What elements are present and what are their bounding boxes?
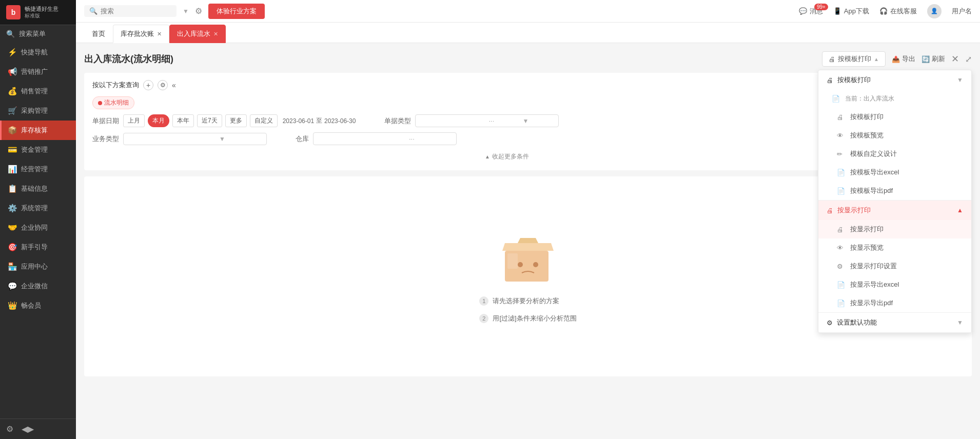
- print-button[interactable]: 🖨 按模板打印 ▲: [822, 51, 886, 67]
- main-content: 🔍 ▼ ⚙ 体验行业方案 💬 消息 99+ 📱 App下载 🎧 在线客服 👤 用: [76, 0, 980, 439]
- export-button[interactable]: 导出: [902, 54, 915, 64]
- sidebar-item-cooperation[interactable]: 🤝 企业协同: [0, 218, 76, 237]
- topbar-search-input[interactable]: [101, 7, 162, 15]
- sidebar-item-guide[interactable]: 🎯 新手引导: [0, 237, 76, 257]
- empty-step1-text: 请先选择要分析的方案: [493, 294, 559, 308]
- topbar-dropdown-arrow[interactable]: ▼: [183, 8, 189, 15]
- page-header: 出入库流水(流水明细) 🖨 按模板打印 ▲ 📤 导出 🔄 刷新: [84, 51, 972, 67]
- online-service-button[interactable]: 🎧 在线客服: [879, 7, 917, 16]
- user-avatar[interactable]: 👤: [927, 4, 942, 18]
- topbar: 🔍 ▼ ⚙ 体验行业方案 💬 消息 99+ 📱 App下载 🎧 在线客服 👤 用: [76, 0, 980, 23]
- last-7days-button[interactable]: 近7天: [197, 114, 222, 127]
- current-template-icon: 📄: [832, 95, 840, 103]
- empty-step2-text: 用[过滤]条件来缩小分析范围: [493, 312, 576, 325]
- collapse-sidebar-icon[interactable]: ◀▶: [22, 424, 34, 434]
- more-date-button[interactable]: 更多: [225, 114, 247, 127]
- sidebar-item-wechat[interactable]: 💬 企业微信: [0, 276, 76, 296]
- sidebar-item-member[interactable]: 👑 畅会员: [0, 296, 76, 315]
- sidebar-nav: ⚡ 快捷导航 📢 营销推广 💰 销售管理 🛒 采购管理 📦 库存核算 💳 资金管…: [0, 43, 76, 418]
- template-design-icon: ✏: [837, 150, 845, 158]
- collapse-more-button[interactable]: ▲ 收起更多条件: [92, 150, 922, 163]
- tab-flow-close-icon[interactable]: ✕: [213, 31, 218, 37]
- svg-point-3: [518, 262, 523, 267]
- sidebar-item-purchase[interactable]: 🛒 采购管理: [0, 101, 76, 121]
- doc-type-field-label: 单据类型: [384, 116, 411, 126]
- template-design-item[interactable]: ✏ 模板自定义设计: [818, 145, 971, 163]
- filter-settings-button[interactable]: ⚙: [158, 80, 168, 90]
- tab-home-label: 首页: [92, 29, 105, 38]
- template-export-pdf-item[interactable]: 📄 按模板导出pdf: [818, 182, 971, 200]
- template-preview-item[interactable]: 👁 按模板预览: [818, 126, 971, 145]
- doc-type-more-icon[interactable]: ···: [488, 117, 519, 125]
- tab-home[interactable]: 首页: [84, 25, 113, 43]
- filter-add-button[interactable]: +: [143, 80, 153, 90]
- sidebar-item-label: 销售管理: [21, 87, 48, 96]
- warehouse-more-icon[interactable]: ···: [409, 135, 451, 143]
- filter-collapse-button[interactable]: «: [172, 81, 176, 89]
- sidebar-item-shortcut[interactable]: ⚡ 快捷导航: [0, 43, 76, 62]
- sidebar-item-appcenter[interactable]: 🏪 应用中心: [0, 257, 76, 276]
- sidebar-item-finance[interactable]: 💳 资金管理: [0, 140, 76, 159]
- topbar-right-actions: 💬 消息 99+ 📱 App下载 🎧 在线客服 👤 用户名: [799, 4, 972, 18]
- app-download-button[interactable]: 📱 App下载: [833, 7, 869, 16]
- sidebar-item-basic[interactable]: 📋 基础信息: [0, 179, 76, 198]
- template-section-arrow-icon: ▼: [957, 76, 963, 84]
- refresh-button[interactable]: 刷新: [932, 54, 945, 64]
- sidebar-item-label: 采购管理: [21, 106, 48, 115]
- settings-icon[interactable]: ⚙: [6, 424, 13, 434]
- warehouse-label: 仓库: [296, 134, 309, 144]
- empty-box-svg: [497, 228, 559, 284]
- sidebar-item-label: 资金管理: [21, 145, 48, 154]
- display-print-header[interactable]: 🖨 按显示打印 ▲: [818, 201, 971, 220]
- sidebar-item-label: 企业微信: [21, 282, 48, 291]
- expand-page-icon[interactable]: ⤢: [965, 54, 972, 64]
- last-month-button[interactable]: 上月: [123, 114, 145, 127]
- display-export-pdf-item[interactable]: 📄 按显示导出pdf: [818, 294, 971, 312]
- tab-batch[interactable]: 库存批次账 ✕: [113, 25, 169, 43]
- default-function-header[interactable]: ⚙ 设置默认功能 ▼: [818, 313, 971, 332]
- sidebar-item-inventory[interactable]: 📦 库存核算: [0, 121, 76, 140]
- template-print-item[interactable]: 🖨 按模板打印: [818, 108, 971, 126]
- page-content: 出入库流水(流水明细) 🖨 按模板打印 ▲ 📤 导出 🔄 刷新: [76, 43, 980, 439]
- template-export-excel-item[interactable]: 📄 按模板导出excel: [818, 163, 971, 182]
- finance-icon: 💳: [8, 145, 17, 154]
- warehouse-select[interactable]: ···: [313, 132, 457, 145]
- topbar-search-box[interactable]: 🔍: [84, 5, 177, 17]
- template-print-section-label: 🖨 按模板打印: [827, 75, 871, 85]
- business-type-select[interactable]: ▼: [123, 133, 267, 145]
- display-section-arrow-icon: ▲: [957, 207, 963, 214]
- tab-batch-close-icon[interactable]: ✕: [157, 31, 162, 37]
- doc-type-select[interactable]: ··· ▼: [415, 114, 559, 127]
- sidebar-logo: b 畅捷通好生意 标准版: [0, 0, 76, 25]
- tab-flow[interactable]: 出入库流水 ✕: [169, 25, 226, 43]
- current-month-button[interactable]: 本月: [148, 114, 169, 127]
- display-print-item[interactable]: 🖨 按显示打印: [818, 220, 971, 238]
- refresh-icon: 🔄: [922, 55, 930, 63]
- appcenter-icon: 🏪: [8, 262, 17, 271]
- sidebar-item-label: 营销推广: [21, 67, 48, 76]
- current-year-button[interactable]: 本年: [172, 114, 194, 127]
- tab-batch-label: 库存批次账: [121, 29, 154, 38]
- date-field-label: 单据日期: [92, 116, 119, 126]
- sidebar-item-sales[interactable]: 💰 销售管理: [0, 82, 76, 101]
- sidebar-item-operation[interactable]: 📊 经营管理: [0, 159, 76, 179]
- sidebar-item-marketing[interactable]: 📢 营销推广: [0, 62, 76, 82]
- sidebar-item-system[interactable]: ⚙️ 系统管理: [0, 198, 76, 218]
- display-settings-icon: ⚙: [837, 263, 845, 270]
- collapse-label: 收起更多条件: [492, 152, 529, 161]
- topbar-gear-icon[interactable]: ⚙: [195, 6, 202, 16]
- close-page-icon[interactable]: ✕: [951, 53, 959, 65]
- search-menu-item[interactable]: 🔍 搜索菜单: [0, 25, 76, 43]
- export-icon: 📤: [892, 55, 900, 63]
- template-print-header[interactable]: 🖨 按模板打印 ▼: [818, 70, 971, 90]
- filter-tag-label: 流水明细: [104, 98, 129, 107]
- sales-icon: 💰: [8, 87, 17, 96]
- display-export-excel-item[interactable]: 📄 按显示导出excel: [818, 275, 971, 294]
- industry-solution-button[interactable]: 体验行业方案: [208, 4, 265, 19]
- marketing-icon: 📢: [8, 67, 17, 76]
- message-button[interactable]: 💬 消息 99+: [799, 7, 823, 16]
- custom-date-button[interactable]: 自定义: [250, 114, 278, 127]
- display-print-settings-item[interactable]: ⚙ 按显示打印设置: [818, 257, 971, 275]
- display-preview-item[interactable]: 👁 按显示预览: [818, 238, 971, 257]
- guide-icon: 🎯: [8, 243, 17, 252]
